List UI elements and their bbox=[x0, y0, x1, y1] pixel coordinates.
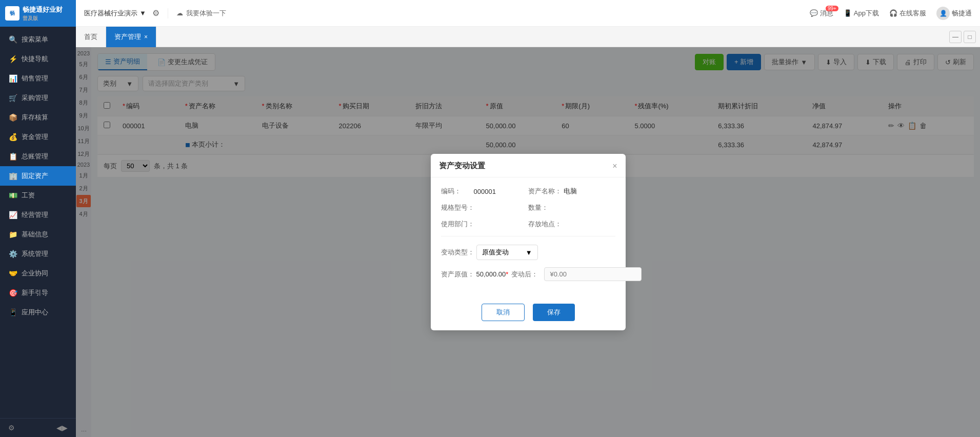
dialog-row-2: 规格型号： 数量： bbox=[441, 203, 615, 212]
online-service-btn[interactable]: 🎧 在线客服 bbox=[889, 9, 926, 18]
after-value-input[interactable] bbox=[544, 267, 642, 281]
dialog-close-btn[interactable]: × bbox=[612, 162, 617, 171]
sidebar-item-assets[interactable]: 🏢 固定资产 bbox=[0, 166, 76, 186]
sidebar-item-label: 总账管理 bbox=[22, 152, 48, 161]
sidebar-item-label: 销售管理 bbox=[22, 74, 48, 83]
app-edition: 普及版 bbox=[23, 15, 63, 22]
sidebar-item-search[interactable]: 🔍 搜索菜单 bbox=[0, 30, 76, 49]
dialog-footer: 取消 保存 bbox=[431, 297, 626, 330]
field-location: 存放地点： bbox=[528, 220, 615, 229]
avatar: 👤 bbox=[936, 7, 950, 20]
spec-label: 规格型号： bbox=[441, 203, 474, 212]
quicknav-icon: ⚡ bbox=[8, 54, 17, 64]
sidebar-item-label: 库存核算 bbox=[22, 113, 48, 122]
basic-icon: 📁 bbox=[8, 230, 17, 239]
sidebar-item-label: 新手引导 bbox=[22, 288, 48, 297]
tab-minimize-btn[interactable]: — bbox=[949, 31, 962, 43]
sidebar-item-inventory[interactable]: 📦 库存核算 bbox=[0, 108, 76, 127]
change-type-select[interactable]: 原值变动 ▼ bbox=[476, 245, 538, 260]
save-btn[interactable]: 保存 bbox=[533, 304, 575, 321]
company-selector[interactable]: 医疗器械行业演示 ▼ bbox=[84, 9, 146, 18]
purchase-icon: 🛒 bbox=[8, 93, 17, 103]
content-area: 2023 5月 6月 7月 8月 9月 10月 11月 12月 2023 1月 … bbox=[76, 47, 980, 437]
app-download-label: App下载 bbox=[854, 9, 879, 18]
funds-icon: 💰 bbox=[8, 132, 17, 142]
tab-close-icon[interactable]: × bbox=[144, 33, 148, 41]
sidebar-item-guide[interactable]: 🎯 新手引导 bbox=[0, 283, 76, 303]
download-icon: 📱 bbox=[844, 9, 852, 17]
cancel-btn[interactable]: 取消 bbox=[482, 304, 525, 321]
dialog-title: 资产变动设置 bbox=[439, 161, 485, 171]
sidebar-item-quicknav[interactable]: ⚡ 快捷导航 bbox=[0, 49, 76, 69]
sidebar-item-ops[interactable]: 📈 经营管理 bbox=[0, 205, 76, 225]
department-label: 使用部门： bbox=[441, 220, 474, 229]
app-name: 畅捷通好业财 bbox=[23, 5, 63, 14]
dialog-row-values: 资产原值： 50,000.00 * 变动后： bbox=[441, 267, 615, 281]
change-type-dropdown-icon: ▼ bbox=[526, 249, 532, 256]
tabs-actions: — □ bbox=[949, 31, 980, 43]
appstore-icon: 📱 bbox=[8, 308, 17, 317]
topbar-settings-icon[interactable]: ⚙ bbox=[152, 8, 159, 18]
message-badge: 99+ bbox=[826, 6, 838, 11]
sidebar-item-payroll[interactable]: 💵 工资 bbox=[0, 186, 76, 205]
sidebar-item-label: 工资 bbox=[22, 191, 35, 200]
location-label: 存放地点： bbox=[528, 220, 562, 229]
code-value: 000001 bbox=[474, 188, 496, 195]
experience-btn[interactable]: ☁ 我要体验一下 bbox=[176, 9, 226, 18]
sidebar-item-label: 基础信息 bbox=[22, 230, 48, 239]
sidebar-item-basic[interactable]: 📁 基础信息 bbox=[0, 225, 76, 244]
sidebar-item-label: 固定资产 bbox=[22, 171, 48, 181]
sidebar-item-label: 系统管理 bbox=[22, 249, 48, 259]
settings-icon[interactable]: ⚙ bbox=[8, 424, 15, 432]
dialog-row-changetype: 变动类型： 原值变动 ▼ bbox=[441, 245, 615, 260]
sidebar: 畅 畅捷通好业财 普及版 🔍 搜索菜单 ⚡ 快捷导航 📊 销售管理 🛒 采购管理… bbox=[0, 0, 76, 437]
original-value-value: 50,000.00 bbox=[476, 270, 506, 278]
field-quantity: 数量： bbox=[528, 203, 615, 212]
sidebar-bottom: ⚙ ◀▶ bbox=[0, 418, 76, 437]
dialog-overlay: 资产变动设置 × 编码： 000001 资产名称： 电脑 bbox=[76, 47, 980, 437]
app-download-btn[interactable]: 📱 App下载 bbox=[844, 9, 879, 18]
tab-maximize-btn[interactable]: □ bbox=[964, 31, 976, 43]
topbar: 医疗器械行业演示 ▼ ⚙ ☁ 我要体验一下 💬 消息 99+ 📱 App下载 🎧… bbox=[76, 0, 980, 27]
dialog-row-1: 编码： 000001 资产名称： 电脑 bbox=[441, 187, 615, 196]
user-menu[interactable]: 👤 畅捷通 bbox=[936, 7, 972, 20]
collab-icon: 🤝 bbox=[8, 269, 17, 278]
company-name: 医疗器械行业演示 bbox=[84, 9, 137, 18]
tab-home[interactable]: 首页 bbox=[76, 27, 106, 47]
dialog-row-3: 使用部门： 存放地点： bbox=[441, 220, 615, 229]
sidebar-item-funds[interactable]: 💰 资金管理 bbox=[0, 127, 76, 147]
sidebar-item-ledger[interactable]: 📋 总账管理 bbox=[0, 147, 76, 166]
dialog-body: 编码： 000001 资产名称： 电脑 规格型号： bbox=[431, 177, 626, 297]
assets-icon: 🏢 bbox=[8, 171, 17, 181]
payroll-icon: 💵 bbox=[8, 191, 17, 200]
tab-asset-management[interactable]: 资产管理 × bbox=[106, 27, 156, 47]
main-area: 医疗器械行业演示 ▼ ⚙ ☁ 我要体验一下 💬 消息 99+ 📱 App下载 🎧… bbox=[76, 0, 980, 437]
tab-home-label: 首页 bbox=[84, 32, 97, 42]
sidebar-item-label: 搜索菜单 bbox=[22, 35, 48, 44]
field-after-value: * 变动后： bbox=[506, 267, 642, 281]
asset-change-dialog: 资产变动设置 × 编码： 000001 资产名称： 电脑 bbox=[431, 154, 626, 330]
message-icon: 💬 bbox=[810, 9, 818, 17]
experience-icon: ☁ bbox=[176, 9, 183, 17]
sidebar-item-purchase[interactable]: 🛒 采购管理 bbox=[0, 88, 76, 108]
ledger-icon: 📋 bbox=[8, 152, 17, 161]
guide-icon: 🎯 bbox=[8, 288, 17, 297]
message-btn[interactable]: 💬 消息 99+ bbox=[810, 9, 833, 18]
tabs-bar: 首页 资产管理 × — □ bbox=[76, 27, 980, 47]
field-department: 使用部门： bbox=[441, 220, 528, 229]
change-type-label: 变动类型： bbox=[441, 248, 474, 257]
experience-label: 我要体验一下 bbox=[186, 9, 226, 18]
online-service-label: 在线客服 bbox=[899, 9, 926, 18]
tab-asset-label: 资产管理 bbox=[114, 32, 141, 42]
field-change-type: 变动类型： 原值变动 ▼ bbox=[441, 245, 615, 260]
sidebar-item-sales[interactable]: 📊 销售管理 bbox=[0, 69, 76, 88]
quantity-label: 数量： bbox=[528, 203, 559, 212]
field-spec: 规格型号： bbox=[441, 203, 528, 212]
sidebar-item-system[interactable]: ⚙️ 系统管理 bbox=[0, 244, 76, 264]
collapse-icon[interactable]: ◀▶ bbox=[56, 424, 68, 432]
system-icon: ⚙️ bbox=[8, 249, 17, 259]
inventory-icon: 📦 bbox=[8, 113, 17, 122]
sidebar-item-appstore[interactable]: 📱 应用中心 bbox=[0, 303, 76, 322]
sidebar-item-label: 应用中心 bbox=[22, 308, 48, 317]
sidebar-item-collab[interactable]: 🤝 企业协同 bbox=[0, 264, 76, 283]
